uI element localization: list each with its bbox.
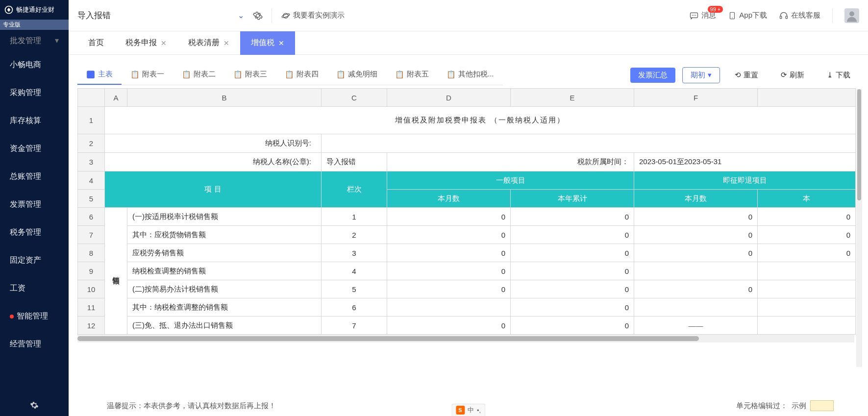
sidebar-item-8[interactable]: 工资 [0, 274, 69, 302]
val-cell[interactable]: 0 [758, 244, 856, 262]
sheet-tab-3[interactable]: 📋附表三 [224, 65, 276, 85]
col-header-B[interactable]: B [127, 89, 322, 107]
taxpayer-name-label[interactable]: 纳税人名称(公章): [105, 153, 322, 171]
sidebar-item-1[interactable]: 采购管理 [0, 79, 69, 107]
sidebar-item-5[interactable]: 发票管理 [0, 191, 69, 219]
val-cell[interactable] [758, 280, 856, 298]
val-cell[interactable]: 0 [387, 244, 511, 262]
col-header-D[interactable]: D [387, 89, 511, 107]
col-cell[interactable]: 3 [322, 244, 387, 262]
col-cell[interactable]: 1 [322, 208, 387, 226]
row-header[interactable]: 4 [78, 171, 105, 190]
hdr-col[interactable]: 栏次 [322, 171, 387, 208]
settings-gear-icon[interactable] [0, 396, 69, 416]
hdr-project[interactable]: 项 目 [105, 171, 322, 208]
sheet-tab-4[interactable]: 📋附表四 [276, 65, 327, 85]
col-cell[interactable]: 2 [322, 226, 387, 244]
col-cell[interactable]: 7 [322, 317, 387, 335]
hdr-general[interactable]: 一般项目 [387, 171, 634, 190]
period-button[interactable]: 期初 ▾ [682, 67, 720, 83]
col-header-A[interactable]: A [105, 89, 127, 107]
val-cell[interactable] [758, 298, 856, 317]
val-cell[interactable]: 0 [387, 317, 511, 335]
val-cell[interactable]: 0 [511, 280, 634, 298]
messages-button[interactable]: 消息 99 + [689, 11, 716, 21]
row-header[interactable]: 5 [78, 190, 105, 208]
search-input[interactable]: 导入报错 ⌄ [77, 10, 244, 22]
col-header-G[interactable] [758, 89, 856, 107]
val-cell[interactable]: 0 [634, 244, 758, 262]
sidebar-item-7[interactable]: 固定资产 [0, 246, 69, 274]
ime-toolbar[interactable]: S 中 •, [451, 404, 485, 416]
close-icon[interactable]: ✕ [161, 39, 167, 47]
col-header-E[interactable]: E [511, 89, 634, 107]
reset-button[interactable]: ⟲ 重置 [727, 68, 766, 83]
row-header[interactable]: 8 [78, 244, 105, 262]
val-cell[interactable]: 0 [758, 208, 856, 226]
sidebar-item-6[interactable]: 税务管理 [0, 219, 69, 246]
val-cell[interactable]: 0 [511, 226, 634, 244]
spreadsheet[interactable]: A B C D E F 1 增值税及附加税费申报表 （一般纳税人适用） 2 [77, 88, 863, 394]
val-cell[interactable] [758, 262, 856, 280]
sheet-tab-7[interactable]: 📋其他扣税... [438, 65, 503, 85]
val-cell[interactable] [634, 262, 758, 280]
item-cell[interactable]: 纳税检查调整的销售额 [127, 262, 322, 280]
val-cell[interactable]: 0 [634, 226, 758, 244]
refresh-button[interactable]: ⟳ 刷新 [773, 68, 812, 83]
val-cell[interactable]: 0 [634, 280, 758, 298]
global-settings-icon[interactable] [253, 11, 263, 21]
row-header[interactable]: 12 [78, 317, 105, 335]
close-icon[interactable]: ✕ [223, 39, 229, 47]
sidebar-item-4[interactable]: 总账管理 [0, 163, 69, 191]
val-cell[interactable]: 0 [511, 298, 634, 317]
row-header[interactable]: 7 [78, 226, 105, 244]
val-cell[interactable]: —— [634, 317, 758, 335]
hdr-year[interactable]: 本年累计 [511, 190, 634, 208]
sidebar-item-9[interactable]: 智能管理 [0, 302, 69, 330]
hdr-refund[interactable]: 即征即退项目 [634, 171, 856, 190]
col-header-C[interactable]: C [322, 89, 387, 107]
sidebar-item-2[interactable]: 库存核算 [0, 107, 69, 135]
val-cell[interactable] [387, 298, 511, 317]
val-cell[interactable]: 0 [511, 208, 634, 226]
tab-vat[interactable]: 增值税✕ [240, 31, 295, 55]
invoice-summary-button[interactable]: 发票汇总 [630, 68, 675, 83]
period-value[interactable]: 2023-05-01至2023-05-31 [634, 153, 856, 171]
sidebar-item-3[interactable]: 资金管理 [0, 135, 69, 163]
row-header[interactable]: 10 [78, 280, 105, 298]
sidebar-item-0[interactable]: 小畅电商 [0, 51, 69, 79]
val-cell[interactable]: 0 [511, 317, 634, 335]
row-header[interactable]: 1 [78, 107, 105, 134]
item-cell[interactable]: (二)按简易办法计税销售额 [127, 280, 322, 298]
val-cell[interactable]: 0 [387, 226, 511, 244]
row-header[interactable]: 6 [78, 208, 105, 226]
sheet-tab-5[interactable]: 📋减免明细 [327, 65, 386, 85]
sidebar-item-10[interactable]: 经营管理 [0, 330, 69, 358]
item-cell[interactable]: (三)免、抵、退办法出口销售额 [127, 317, 322, 335]
col-cell[interactable]: 6 [322, 298, 387, 317]
val-cell[interactable]: 0 [387, 280, 511, 298]
val-cell[interactable] [758, 317, 856, 335]
item-cell[interactable]: 应税劳务销售额 [127, 244, 322, 262]
avatar[interactable] [844, 8, 859, 23]
val-cell[interactable]: 0 [758, 226, 856, 244]
val-cell[interactable]: 0 [387, 208, 511, 226]
tab-home[interactable]: 首页 [77, 31, 115, 55]
app-download-button[interactable]: App下载 [728, 11, 767, 21]
taxpayer-id-label[interactable]: 纳税人识别号: [105, 134, 322, 153]
val-cell[interactable] [634, 298, 758, 317]
col-cell[interactable]: 4 [322, 262, 387, 280]
sidebar-item-partial[interactable]: 批发管理 ▾ [0, 34, 69, 51]
hdr-month-2[interactable]: 本月数 [634, 190, 758, 208]
item-cell[interactable]: 其中：纳税检查调整的销售额 [127, 298, 322, 317]
hdr-month[interactable]: 本月数 [387, 190, 511, 208]
sheet-tab-2[interactable]: 📋附表二 [173, 65, 224, 85]
sheet-tab-6[interactable]: 📋附表五 [386, 65, 438, 85]
row-header[interactable]: 3 [78, 153, 105, 171]
row-header[interactable]: 11 [78, 298, 105, 317]
sheet-tab-1[interactable]: 📋附表一 [122, 65, 173, 85]
period-label[interactable]: 税款所属时间： [387, 153, 634, 171]
val-cell[interactable]: 0 [511, 244, 634, 262]
row-header[interactable]: 2 [78, 134, 105, 153]
item-cell[interactable]: 其中：应税货物销售额 [127, 226, 322, 244]
